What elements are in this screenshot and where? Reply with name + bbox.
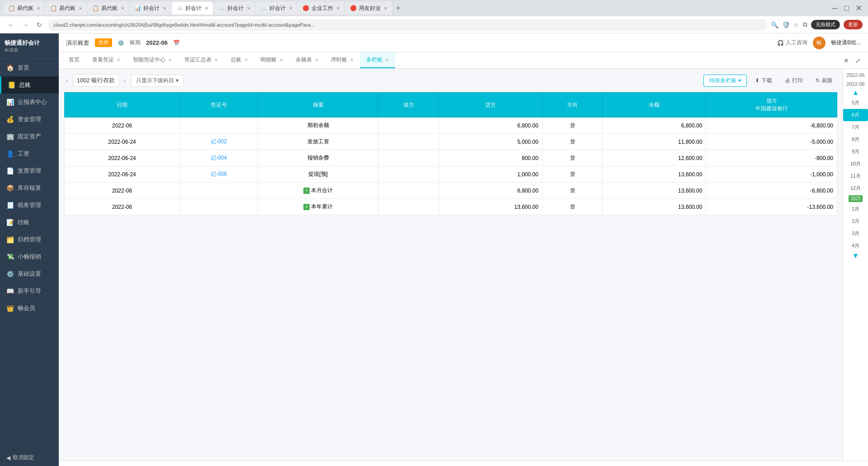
tab-close-2[interactable]: ✕ xyxy=(79,6,82,11)
tab-detail-ledger[interactable]: 明细账 ✕ xyxy=(254,52,289,68)
sidebar-item-inventory[interactable]: 📦 库存核算 xyxy=(0,179,59,197)
sidebar-item-close-account[interactable]: 📝 结账 xyxy=(0,214,59,231)
tab-close-multi-column[interactable]: ✕ xyxy=(385,57,389,62)
user-avatar[interactable]: 畅 xyxy=(813,37,826,49)
browser-tab-9[interactable]: 🔴 用友好业 ✕ xyxy=(345,2,392,14)
browser-tab-3[interactable]: 📋 易代账 ✕ xyxy=(88,2,129,14)
settings-gear-icon[interactable]: ⚙️ xyxy=(118,40,124,46)
special-multi-column-button[interactable]: 特殊多栏账 ▾ xyxy=(703,75,747,87)
timeline-month-apr[interactable]: 4月 xyxy=(843,240,868,252)
timeline-month-jan[interactable]: 1月 xyxy=(843,203,868,215)
timeline-month-11[interactable]: 11月 xyxy=(843,170,868,182)
tab-smart-voucher[interactable]: 智能凭证中心 ✕ xyxy=(127,52,178,68)
sidebar-item-reports[interactable]: 📊 云报表中心 xyxy=(0,94,59,111)
sidebar-item-tax[interactable]: 🧾 税务管理 xyxy=(0,197,59,214)
next-account-button[interactable]: › xyxy=(122,76,127,85)
credit-cell: 13,600.00 xyxy=(439,199,542,215)
sidebar-toggle-icon[interactable]: ⧉ xyxy=(803,21,807,28)
tab-close-9[interactable]: ✕ xyxy=(384,6,387,11)
tab-close-voucher-summary[interactable]: ✕ xyxy=(214,57,218,62)
search-icon[interactable]: 🔍 xyxy=(771,21,778,28)
sidebar-item-payroll[interactable]: 👤 工资 xyxy=(0,145,59,162)
sidebar-item-settings[interactable]: ⚙️ 基础设置 xyxy=(0,265,59,282)
tab-close-view-voucher[interactable]: ✕ xyxy=(117,57,120,62)
sidebar-item-home[interactable]: 🏠 首页 xyxy=(0,59,59,76)
timeline-up-arrow[interactable]: ▲ xyxy=(852,89,859,97)
tab-close-balance[interactable]: ✕ xyxy=(315,57,318,62)
browser-tab-4[interactable]: 📊 好会计 ✕ xyxy=(130,2,171,14)
tab-view-voucher[interactable]: 查看凭证 ✕ xyxy=(86,52,127,68)
timeline-month-8[interactable]: 8月 xyxy=(843,133,868,146)
tab-voucher-summary[interactable]: 凭证汇总表 ✕ xyxy=(178,52,224,68)
timeline-month-mar[interactable]: 3月 xyxy=(843,227,868,240)
sidebar-item-invoice[interactable]: 📄 发票管理 xyxy=(0,162,59,179)
sidebar-item-guide[interactable]: 📖 新手引导 xyxy=(0,282,59,300)
tab-close-6[interactable]: ✕ xyxy=(247,6,250,11)
browser-tab-7[interactable]: ☁️ 好会计 ✕ xyxy=(256,2,297,14)
refresh-icon: ↻ xyxy=(816,77,820,84)
tab-close-detail-ledger[interactable]: ✕ xyxy=(279,57,283,62)
tab-close-1[interactable]: ✕ xyxy=(37,6,40,11)
unpin-button[interactable]: ◀ 取消固定 xyxy=(0,449,59,466)
stealth-mode-button[interactable]: 无痕模式 xyxy=(811,20,840,29)
sidebar-item-expense[interactable]: 💸 小畅报销 xyxy=(0,248,59,265)
tab-close-4[interactable]: ✕ xyxy=(163,6,166,11)
sidebar-item-assets[interactable]: 🏢 固定资产 xyxy=(0,128,59,145)
update-button[interactable]: 更新 xyxy=(844,20,863,29)
sidebar-label-invoice: 发票管理 xyxy=(18,167,41,175)
tab-chrono-ledger[interactable]: 序时账 ✕ xyxy=(325,52,360,68)
expand-tab-btn[interactable]: ⤢ xyxy=(854,56,863,65)
timeline-month-7[interactable]: 7月 xyxy=(843,121,868,133)
archive-icon: 🗂️ xyxy=(6,236,14,243)
tab-close-chrono-ledger[interactable]: ✕ xyxy=(350,57,354,62)
minimize-btn[interactable]: ─ xyxy=(830,3,840,14)
voucher-link[interactable]: 记-004 xyxy=(180,150,258,166)
browser-tab-5[interactable]: ☁️ 好会计 ✕ xyxy=(172,2,213,14)
tab-multi-column[interactable]: 多栏账 ✕ xyxy=(360,52,395,68)
timeline-month-9[interactable]: 9月 xyxy=(843,146,868,158)
browser-tab-6[interactable]: ☁️ 好会计 ✕ xyxy=(214,2,255,14)
prev-account-button[interactable]: ‹ xyxy=(64,76,70,85)
tab-general-ledger[interactable]: 总账 ✕ xyxy=(224,52,254,68)
print-icon: 🖨 xyxy=(785,77,790,84)
tab-home[interactable]: 首页 xyxy=(62,52,86,68)
tab-close-3[interactable]: ✕ xyxy=(121,6,124,11)
close-btn[interactable]: ✕ xyxy=(853,2,864,14)
star-icon[interactable]: ☆ xyxy=(793,21,799,28)
browser-tab-1[interactable]: 📋 易代账 ✕ xyxy=(4,2,45,14)
tab-close-general-ledger[interactable]: ✕ xyxy=(244,57,248,62)
refresh-button[interactable]: ↻ 刷新 xyxy=(811,75,837,86)
filter-sub-account-button[interactable]: 只显示下级科目 ▾ xyxy=(131,75,184,87)
horizontal-scroll-area[interactable] xyxy=(59,461,868,466)
close-current-tab-btn[interactable]: ✕ xyxy=(842,56,851,65)
tab-close-smart-voucher[interactable]: ✕ xyxy=(168,57,172,62)
sidebar-item-ledger[interactable]: 📒 总账 xyxy=(0,76,59,94)
url-input[interactable]: cloud2.chanjet.com/accounting/uh26t264j5… xyxy=(48,19,767,31)
new-tab-button[interactable]: + xyxy=(393,3,404,14)
timeline-month-6[interactable]: 6月 xyxy=(843,109,868,121)
tab-close-5[interactable]: ✕ xyxy=(205,6,208,11)
reload-button[interactable]: ↻ xyxy=(34,20,44,29)
timeline-month-12[interactable]: 12月 xyxy=(843,182,868,194)
voucher-link[interactable]: 记-006 xyxy=(180,166,258,183)
sidebar-item-funds[interactable]: 💰 资金管理 xyxy=(0,111,59,128)
tab-close-8[interactable]: ✕ xyxy=(336,6,340,11)
tab-balance[interactable]: 余额表 ✕ xyxy=(289,52,325,68)
timeline-month-5[interactable]: 5月 xyxy=(843,97,868,109)
timeline-down-arrow[interactable]: ▼ xyxy=(852,252,859,260)
sidebar-item-member[interactable]: 👑 畅会员 xyxy=(0,300,59,317)
tab-close-7[interactable]: ✕ xyxy=(289,6,292,11)
print-button[interactable]: 🖨 打印 xyxy=(780,75,807,86)
voucher-link[interactable]: 记-002 xyxy=(180,134,258,150)
browser-tab-8[interactable]: 🔴 企业工作 ✕ xyxy=(298,2,344,14)
maximize-btn[interactable]: □ xyxy=(842,3,851,14)
download-button[interactable]: ⬇ 下载 xyxy=(750,75,777,86)
timeline-month-feb[interactable]: 2月 xyxy=(843,215,868,227)
sidebar-item-archive[interactable]: 🗂️ 归档管理 xyxy=(0,231,59,248)
consult-button[interactable]: 🎧 人工咨询 xyxy=(777,39,807,47)
back-button[interactable]: ← xyxy=(5,20,16,29)
browser-tab-2[interactable]: 📋 易代账 ✕ xyxy=(46,2,87,14)
calendar-icon[interactable]: 📅 xyxy=(173,40,180,46)
forward-button[interactable]: → xyxy=(20,20,31,29)
timeline-month-10[interactable]: 10月 xyxy=(843,158,868,170)
